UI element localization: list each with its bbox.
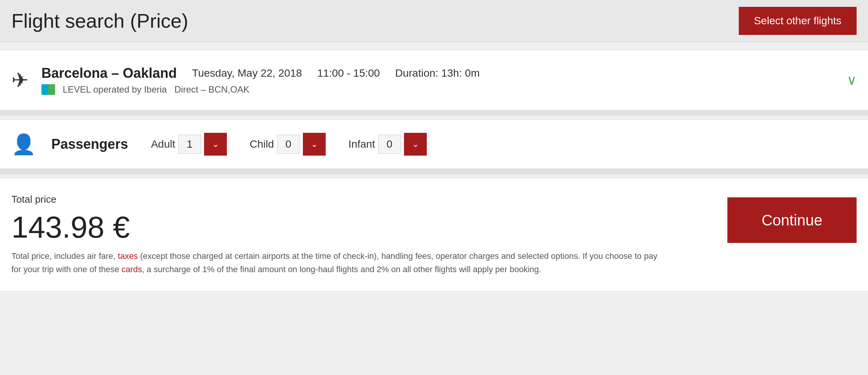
flight-time: 11:00 - 15:00 [317,67,380,79]
flight-type: Direct – BCN,OAK [174,84,249,95]
infant-label: Infant [348,138,375,150]
adult-count: 1 [178,135,201,154]
passenger-icon: 👤 [11,133,36,156]
flight-info-section: ✈ Barcelona – Oakland Tuesday, May 22, 2… [0,50,868,110]
flight-details: Barcelona – Oakland Tuesday, May 22, 201… [41,65,480,95]
total-price-label: Total price [11,194,657,205]
child-label: Child [250,138,274,150]
airline-name: LEVEL operated by Iberia [63,84,167,95]
passengers-section: 👤 Passengers Adult 1 ⌄ Child 0 ⌄ Infant … [0,120,868,169]
taxes-link[interactable]: taxes [118,251,138,261]
total-price-amount: 143.98 € [11,210,657,245]
child-passenger-group: Child 0 ⌄ [250,133,326,156]
page-header: Flight search (Price) Select other fligh… [0,0,868,42]
flight-route: Barcelona – Oakland [41,65,177,81]
airline-badge [41,84,55,95]
flight-duration: Duration: 13h: 0m [395,67,480,79]
child-count: 0 [277,135,300,154]
child-dropdown-button[interactable]: ⌄ [303,133,326,156]
infant-passenger-group: Infant 0 ⌄ [348,133,427,156]
price-note-prefix: Total price, includes air fare, [11,251,118,261]
flight-sub-row: LEVEL operated by Iberia Direct – BCN,OA… [41,84,480,95]
infant-count: 0 [378,135,401,154]
passengers-label: Passengers [51,136,128,152]
infant-dropdown-button[interactable]: ⌄ [404,133,427,156]
price-note-suffix: , a surcharge of 1% of the final amount … [142,265,542,274]
section-divider-1 [0,110,868,116]
cards-link[interactable]: cards [122,265,142,274]
adult-label: Adult [151,138,175,150]
continue-button[interactable]: Continue [727,197,857,243]
price-section: Total price 143.98 € Total price, includ… [0,178,868,291]
plane-icon: ✈ [11,68,29,92]
select-other-flights-button[interactable]: Select other flights [739,7,857,35]
page-title: Flight search (Price) [11,9,188,32]
flight-main-row: Barcelona – Oakland Tuesday, May 22, 201… [41,65,480,81]
flight-expand-chevron[interactable]: ∨ [847,72,857,88]
price-note: Total price, includes air fare, taxes (e… [11,249,657,276]
section-divider-2 [0,169,868,174]
price-left-content: Total price 143.98 € Total price, includ… [11,194,657,276]
flight-date: Tuesday, May 22, 2018 [192,67,302,79]
adult-dropdown-button[interactable]: ⌄ [204,133,227,156]
flight-left-content: ✈ Barcelona – Oakland Tuesday, May 22, 2… [11,65,480,95]
adult-passenger-group: Adult 1 ⌄ [151,133,227,156]
